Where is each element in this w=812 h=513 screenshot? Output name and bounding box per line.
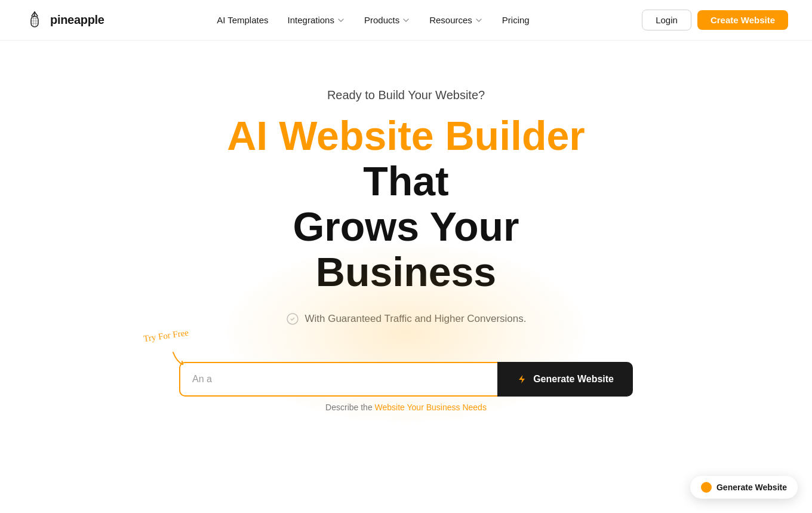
lightning-icon	[516, 374, 527, 385]
nav-pricing[interactable]: Pricing	[494, 10, 538, 30]
input-hint-link[interactable]: Website Your Business Needs	[375, 403, 487, 412]
input-hint: Describe the Website Your Business Needs	[325, 403, 487, 412]
nav-ai-templates[interactable]: AI Templates	[208, 10, 276, 30]
floating-dot	[701, 482, 712, 493]
hero-section: Ready to Build Your Website? AI Website …	[0, 41, 812, 448]
hero-title-orange: AI Website Builder	[227, 113, 585, 158]
cta-area: Try For Free Generate Website Describe t…	[179, 362, 633, 412]
badge-icon	[285, 312, 300, 326]
chevron-down-icon	[475, 16, 483, 24]
try-free-label: Try For Free	[143, 327, 189, 343]
floating-generate-button[interactable]: Generate Website	[690, 476, 798, 499]
generate-website-button[interactable]: Generate Website	[497, 362, 633, 397]
logo-link[interactable]: pineapple	[24, 10, 104, 31]
navbar: pineapple AI Templates Integrations Prod…	[0, 0, 812, 41]
chevron-down-icon	[337, 16, 345, 24]
nav-resources[interactable]: Resources	[421, 10, 491, 30]
website-description-input[interactable]	[179, 362, 497, 397]
nav-actions: Login Create Website	[642, 10, 788, 30]
login-button[interactable]: Login	[642, 10, 691, 30]
create-website-button[interactable]: Create Website	[697, 10, 788, 30]
nav-links: AI Templates Integrations Products Resou…	[208, 10, 538, 30]
pineapple-logo-icon	[24, 10, 45, 31]
logo-text: pineapple	[50, 13, 104, 27]
chevron-down-icon	[402, 16, 410, 24]
input-row: Generate Website	[179, 362, 633, 397]
hero-tagline: With Guaranteed Traffic and Higher Conve…	[285, 312, 526, 326]
hero-title-black: ThatGrows Your Business	[293, 158, 519, 294]
hero-subtitle: Ready to Build Your Website?	[327, 88, 485, 102]
nav-products[interactable]: Products	[356, 10, 419, 30]
hero-title: AI Website Builder ThatGrows Your Busine…	[197, 113, 615, 295]
nav-integrations[interactable]: Integrations	[279, 10, 353, 30]
